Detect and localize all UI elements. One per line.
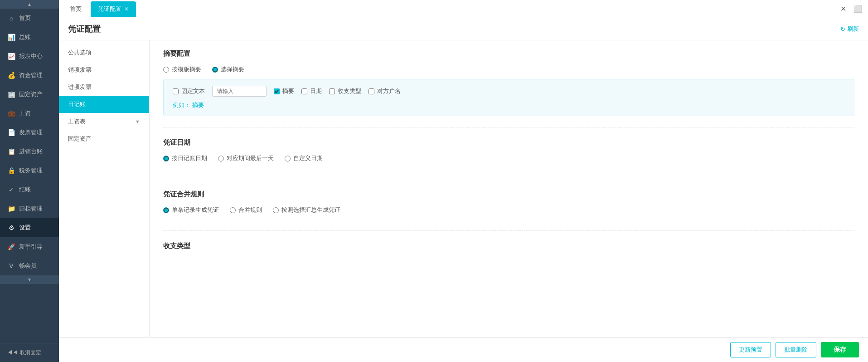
page-content: 凭证配置 ↻ 刷新 公共选项 销项发票 进项发票 日记账	[59, 18, 868, 362]
radio-journal-date[interactable]	[163, 156, 169, 161]
sidebar-unpin-button[interactable]: ◀◀ 取消固定	[0, 343, 59, 362]
sidebar-item-funds[interactable]: 💰 资金管理	[0, 66, 59, 85]
radio-select-merge-label[interactable]: 按照选择汇总生成凭证	[273, 206, 340, 214]
radio-single-text: 单条记录生成凭证	[172, 206, 219, 214]
nav-item-journal[interactable]: 日记账	[59, 96, 149, 113]
sidebar-scroll-down[interactable]: ▼	[0, 275, 59, 284]
radio-select-merge[interactable]	[273, 207, 279, 213]
ledger-icon: 📊	[7, 34, 15, 41]
sidebar-label-purchase-sales: 进销台账	[19, 147, 43, 156]
radio-single[interactable]	[163, 207, 169, 213]
summary-config-box: 固定文本 摘要 日期	[163, 79, 854, 116]
sidebar-item-guide[interactable]: 🚀 新手引导	[0, 237, 59, 256]
sidebar-item-purchase-sales[interactable]: 📋 进销台账	[0, 142, 59, 161]
merge-radio-group: 单条记录生成凭证 合并规则 按照选择汇总生成凭证	[163, 206, 854, 214]
nav-item-purchase-invoice[interactable]: 进项发票	[59, 78, 149, 96]
checkbox-summary[interactable]	[274, 88, 280, 94]
checkbox-income-type-label[interactable]: 收支类型	[329, 87, 361, 95]
tab-home[interactable]: 首页	[63, 1, 89, 17]
update-preview-button[interactable]: 更新预置	[730, 342, 771, 357]
checkbox-date-text: 日期	[310, 87, 322, 95]
save-button[interactable]: 保存	[821, 342, 859, 357]
sidebar-item-archive[interactable]: 📁 归档管理	[0, 199, 59, 218]
sidebar-label-ledger: 总账	[19, 33, 31, 41]
radio-period-last[interactable]	[218, 156, 224, 161]
sidebar-item-fixed-assets[interactable]: 🏢 固定资产	[0, 85, 59, 104]
radio-select-label[interactable]: 选择摘要	[212, 65, 244, 73]
radio-select-text: 选择摘要	[221, 65, 244, 73]
radio-template-label[interactable]: 按模版摘要	[163, 65, 201, 73]
radio-custom-date-label[interactable]: 自定义日期	[285, 154, 323, 162]
home-icon: ⌂	[7, 15, 15, 22]
sidebar-item-payroll[interactable]: 💼 工资	[0, 104, 59, 123]
sidebar-item-invoice[interactable]: 📄 发票管理	[0, 123, 59, 142]
date-section: 凭证日期 按日记账日期 对应期间最后一天 自定义日期	[163, 138, 854, 179]
radio-template-text: 按模版摘要	[172, 65, 201, 73]
window-restore-button[interactable]: ⬜	[852, 3, 864, 15]
sidebar-item-reports[interactable]: 📈 报表中心	[0, 47, 59, 66]
sidebar-scroll-up[interactable]: ▲	[0, 0, 59, 9]
archive-icon: 📁	[7, 205, 15, 212]
radio-custom-date-text: 自定义日期	[293, 154, 323, 162]
sidebar-footer-label: 取消固定	[19, 349, 41, 356]
radio-select-merge-text: 按照选择汇总生成凭证	[281, 206, 340, 214]
radio-single-label[interactable]: 单条记录生成凭证	[163, 206, 219, 214]
left-nav: 公共选项 销项发票 进项发票 日记账 工资表 ▼ 固定资产	[59, 40, 150, 337]
date-radio-group: 按日记账日期 对应期间最后一天 自定义日期	[163, 154, 854, 162]
checkbox-date-label[interactable]: 日期	[301, 87, 322, 95]
refresh-label: 刷新	[847, 25, 859, 33]
sidebar-item-vip[interactable]: V 畅会员	[0, 256, 59, 275]
sidebar-label-fixed-assets: 固定资产	[19, 90, 43, 98]
radio-merge-rule[interactable]	[230, 207, 236, 213]
radio-period-last-label[interactable]: 对应期间最后一天	[218, 154, 274, 162]
nav-item-payroll-table[interactable]: 工资表 ▼	[59, 113, 149, 130]
sidebar-label-vip: 畅会员	[19, 262, 37, 270]
reports-icon: 📈	[7, 53, 15, 60]
checkbox-income-type[interactable]	[329, 88, 335, 94]
checkbox-counterpart-label[interactable]: 对方户名	[369, 87, 401, 95]
tab-close-icon[interactable]: ✕	[124, 6, 129, 12]
nav-item-public[interactable]: 公共选项	[59, 44, 149, 61]
radio-template[interactable]	[163, 67, 169, 73]
nav-item-fixed-assets-nav[interactable]: 固定资产	[59, 130, 149, 147]
checkbox-fixed-text[interactable]	[173, 88, 179, 94]
checkbox-counterpart[interactable]	[369, 88, 374, 94]
sidebar-label-archive: 归档管理	[19, 205, 43, 213]
window-close-button[interactable]: ✕	[839, 3, 848, 15]
nav-item-sales-invoice[interactable]: 销项发票	[59, 61, 149, 78]
income-type-section: 收支类型	[163, 242, 854, 269]
sidebar-label-settings: 设置	[19, 224, 31, 232]
nav-label-journal: 日记账	[68, 100, 86, 108]
summary-section: 摘要配置 按模版摘要 选择摘要	[163, 49, 854, 127]
merge-section: 凭证合并规则 单条记录生成凭证 合并规则 按照选择汇总生成凭证	[163, 190, 854, 231]
fixed-assets-icon: 🏢	[7, 91, 15, 98]
radio-merge-rule-text: 合并规则	[238, 206, 262, 214]
radio-merge-rule-label[interactable]: 合并规则	[230, 206, 262, 214]
payroll-icon: 💼	[7, 110, 15, 117]
page-title: 凭证配置	[68, 24, 101, 34]
radio-custom-date[interactable]	[285, 156, 291, 161]
sidebar-item-settings[interactable]: ⚙ 设置	[0, 218, 59, 237]
checkbox-date[interactable]	[301, 88, 307, 94]
radio-select[interactable]	[212, 67, 218, 73]
income-type-title: 收支类型	[163, 242, 854, 250]
fixed-text-input[interactable]	[212, 86, 267, 97]
sidebar-item-ledger[interactable]: 📊 总账	[0, 28, 59, 47]
tab-bar-actions: ✕ ⬜	[839, 3, 864, 15]
batch-delete-button[interactable]: 批量删除	[776, 342, 816, 357]
tab-bar: 首页 凭证配置 ✕ ✕ ⬜	[59, 0, 868, 18]
sidebar-item-settlement[interactable]: ✓ 结账	[0, 180, 59, 199]
right-content: 摘要配置 按模版摘要 选择摘要	[150, 40, 868, 337]
example-value: 摘要	[192, 102, 204, 108]
sidebar-item-tax[interactable]: 🔒 税务管理	[0, 161, 59, 180]
checkbox-fixed-text-label[interactable]: 固定文本	[173, 87, 205, 95]
body-layout: 公共选项 销项发票 进项发票 日记账 工资表 ▼ 固定资产	[59, 40, 868, 337]
checkbox-summary-label[interactable]: 摘要	[274, 87, 294, 95]
nav-label-payroll-table: 工资表	[68, 117, 86, 126]
sidebar-item-home[interactable]: ⌂ 首页	[0, 9, 59, 28]
tab-voucher-config[interactable]: 凭证配置 ✕	[91, 1, 136, 17]
refresh-button[interactable]: ↻ 刷新	[840, 25, 859, 33]
sidebar-label-payroll: 工资	[19, 109, 31, 117]
radio-journal-date-label[interactable]: 按日记账日期	[163, 154, 207, 162]
purchase-sales-icon: 📋	[7, 148, 15, 155]
